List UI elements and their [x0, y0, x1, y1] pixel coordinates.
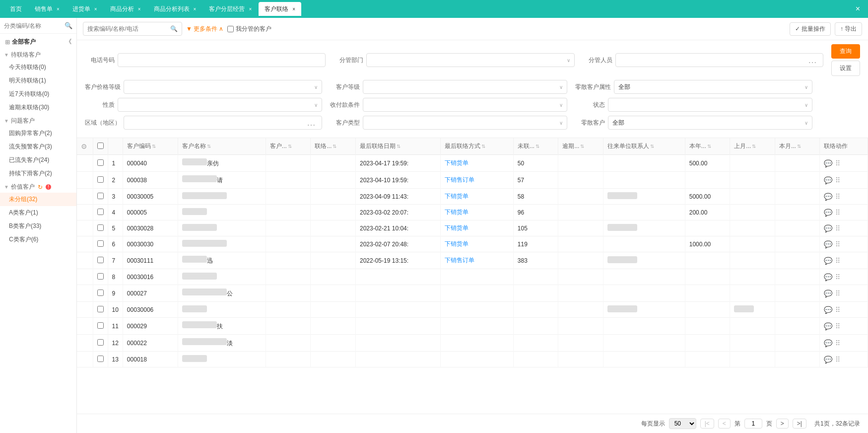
sidebar-item-groupB[interactable]: B类客户(33) — [0, 219, 76, 233]
row-check-9[interactable] — [97, 306, 104, 312]
row-checkbox[interactable] — [93, 155, 108, 172]
tab-analysis[interactable]: 商品分析 × — [104, 2, 147, 16]
last-month-sort-icon[interactable]: ⇅ — [752, 144, 756, 149]
tab-analysis-list-close[interactable]: × — [194, 6, 197, 12]
sidebar-item-today[interactable]: 今天待联络(0) — [0, 61, 76, 74]
row-check-5[interactable] — [97, 240, 104, 247]
tab-contact-close[interactable]: × — [292, 6, 295, 12]
contact-icon-10[interactable]: 💬 — [824, 322, 832, 330]
more-action-icon-4[interactable]: ⠿ — [835, 224, 840, 232]
row-checkbox[interactable] — [93, 335, 108, 352]
next-page-button[interactable]: > — [776, 419, 789, 429]
tab-home[interactable]: 首页 — [4, 2, 28, 16]
row-checkbox[interactable] — [93, 205, 108, 220]
per-page-select[interactable]: 50 100 200 — [669, 418, 696, 429]
manager-more-icon[interactable]: … — [806, 55, 819, 66]
last-page-button[interactable]: >| — [793, 419, 806, 429]
contact-icon-5[interactable]: 💬 — [824, 240, 832, 248]
code-sort-icon[interactable]: ⇅ — [152, 144, 156, 149]
sidebar-search-input[interactable] — [4, 22, 63, 29]
first-page-button[interactable]: |< — [700, 419, 714, 429]
window-close-button[interactable]: × — [852, 4, 864, 13]
refresh-icon[interactable]: ↻ — [38, 184, 43, 191]
sidebar-item-groupC[interactable]: C类客户(6) — [0, 233, 76, 246]
row-check-1[interactable] — [97, 176, 104, 183]
more-action-icon-8[interactable]: ⠿ — [835, 289, 840, 297]
date-sort-icon[interactable]: ⇅ — [397, 144, 401, 149]
contact-icon-6[interactable]: 💬 — [824, 257, 832, 265]
region-select[interactable]: … — [124, 116, 322, 130]
row-check-8[interactable] — [97, 289, 104, 296]
more-action-icon-9[interactable]: ⠿ — [835, 306, 840, 314]
row-check-6[interactable] — [97, 257, 104, 263]
nature-select[interactable]: ∨ — [118, 98, 322, 112]
contact-method-link[interactable]: 下销货单 — [445, 193, 468, 200]
contact-method-link[interactable]: 下销货单 — [445, 209, 468, 216]
sidebar-search-icon[interactable]: 🔍 — [65, 22, 72, 29]
contact-icon-12[interactable]: 💬 — [824, 356, 832, 363]
sidebar-item-unclassified[interactable]: 未分组(32) — [0, 193, 76, 206]
region-more-icon[interactable]: … — [305, 118, 318, 128]
select-all-checkbox[interactable] — [97, 143, 104, 149]
contact-method-link[interactable]: 下销货单 — [445, 240, 468, 247]
contact-icon-1[interactable]: 💬 — [824, 176, 832, 184]
contact-icon-11[interactable]: 💬 — [824, 339, 832, 347]
tab-purchase[interactable]: 进货单 × — [67, 2, 103, 16]
page-input[interactable] — [744, 419, 762, 429]
row-checkbox[interactable] — [93, 269, 108, 285]
dept-select[interactable]: ∨ — [366, 53, 574, 67]
row-check-12[interactable] — [97, 356, 104, 362]
more-action-icon-0[interactable]: ⠿ — [835, 159, 840, 167]
my-customers-checkbox[interactable]: 我分管的客户 — [227, 25, 271, 33]
problem-group[interactable]: ▼ 问题客户 — [0, 114, 76, 127]
sidebar-collapse-icon[interactable]: 《 — [66, 38, 71, 46]
tab-analysis-list[interactable]: 商品分析列表 × — [148, 2, 202, 16]
retail-attr-select[interactable]: 全部∨ — [614, 80, 812, 94]
sidebar-item-churn-risk[interactable]: 流失预警客户(3) — [0, 140, 76, 153]
export-button[interactable]: ↑ 导出 — [835, 22, 862, 36]
tab-purchase-close[interactable]: × — [94, 6, 97, 12]
manager-select[interactable]: … — [615, 53, 823, 67]
more-action-icon-2[interactable]: ⠿ — [835, 193, 840, 201]
search-input[interactable] — [87, 25, 168, 32]
row-checkbox[interactable] — [93, 318, 108, 335]
more-action-icon-11[interactable]: ⠿ — [835, 339, 840, 347]
query-button[interactable]: 查询 — [831, 44, 860, 59]
more-action-icon-10[interactable]: ⠿ — [835, 322, 840, 330]
sidebar-item-overdue[interactable]: 逾期未联络(30) — [0, 101, 76, 114]
row-checkbox[interactable] — [93, 220, 108, 236]
row-checkbox[interactable] — [93, 352, 108, 367]
contact-method-link[interactable]: 下销售订单 — [445, 176, 474, 183]
more-action-icon-12[interactable]: ⠿ — [835, 356, 840, 363]
name-sort-icon[interactable]: ⇅ — [207, 144, 211, 149]
contact-icon-9[interactable]: 💬 — [824, 306, 832, 314]
sidebar-item-declining[interactable]: 持续下滑客户(2) — [0, 167, 76, 180]
payment-select[interactable]: ∨ — [363, 98, 567, 112]
my-customers-check[interactable] — [227, 26, 234, 32]
contact-icon-2[interactable]: 💬 — [824, 193, 832, 201]
tab-customer-segment[interactable]: 客户分层经营 × — [203, 2, 258, 16]
contact-method-link[interactable]: 下销货单 — [445, 224, 468, 231]
overdue-sort-icon[interactable]: ⇅ — [580, 144, 584, 149]
contact-icon-7[interactable]: 💬 — [824, 273, 832, 281]
price-grade-select[interactable]: ∨ — [124, 80, 322, 94]
row-check-3[interactable] — [97, 209, 104, 215]
value-group[interactable]: ▼ 价值客户 ↻ ! — [0, 180, 76, 193]
row-checkbox[interactable] — [93, 252, 108, 269]
tab-analysis-close[interactable]: × — [138, 6, 141, 12]
customer-grade-select[interactable]: ∨ — [363, 80, 567, 94]
tab-segment-close[interactable]: × — [249, 6, 252, 12]
row-check-10[interactable] — [97, 322, 104, 329]
prev-page-button[interactable]: < — [718, 419, 731, 429]
year-sort-icon[interactable]: ⇅ — [707, 144, 711, 149]
more-action-icon-6[interactable]: ⠿ — [835, 257, 840, 265]
status-select[interactable]: ∨ — [608, 98, 812, 112]
contact-icon-0[interactable]: 💬 — [824, 159, 832, 167]
sidebar-item-abnormal[interactable]: 固购异常客户(2) — [0, 127, 76, 140]
method-sort-icon[interactable]: ⇅ — [481, 144, 485, 149]
contact-icon-4[interactable]: 💬 — [824, 224, 832, 232]
phone-input[interactable] — [118, 53, 326, 67]
search-icon[interactable]: 🔍 — [170, 25, 178, 32]
row-checkbox[interactable] — [93, 285, 108, 302]
uncontacted-sort-icon[interactable]: ⇅ — [535, 144, 539, 149]
